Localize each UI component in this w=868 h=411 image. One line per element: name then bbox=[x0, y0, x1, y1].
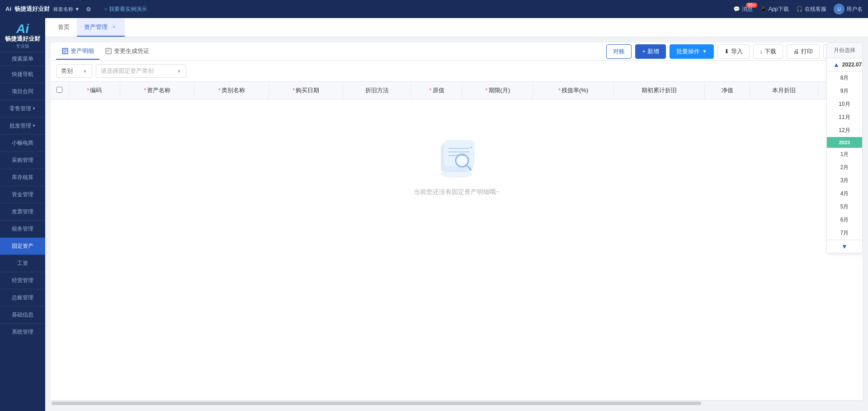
import-icon: ⬇ bbox=[724, 48, 729, 55]
month-item-11[interactable]: 11月 bbox=[827, 111, 862, 124]
tab-asset-close[interactable]: × bbox=[110, 24, 118, 31]
app-icon: 📱 bbox=[760, 6, 767, 12]
col-date-label: 购买日期 bbox=[296, 87, 319, 94]
svg-text:✦: ✦ bbox=[469, 145, 473, 150]
app-title: Ai 畅捷通好业财 bbox=[5, 5, 50, 13]
month-item-6[interactable]: 6月 bbox=[827, 213, 862, 227]
reconcile-button[interactable]: 对账 bbox=[606, 44, 632, 59]
col-name-label: 资产名称 bbox=[147, 87, 170, 94]
month-item-2023[interactable]: 2023 bbox=[827, 137, 862, 148]
month-item-2[interactable]: 2月 bbox=[827, 161, 862, 174]
tab-home[interactable]: 首页 bbox=[51, 19, 77, 37]
sidebar-item-quick-nav[interactable]: 快捷导航 bbox=[0, 66, 45, 83]
svg-point-15 bbox=[458, 156, 467, 165]
app-download-button[interactable]: 📱 App下载 bbox=[760, 5, 789, 13]
message-button[interactable]: 💬 消息 99+ bbox=[733, 5, 752, 13]
category-label: 类别 bbox=[61, 67, 73, 75]
demo-link[interactable]: ○ 我要看实例演示 bbox=[104, 5, 147, 13]
company-name: 账套名称 bbox=[53, 6, 73, 12]
th-category: *类别名称 bbox=[194, 82, 269, 99]
month-item-9[interactable]: 9月 bbox=[827, 85, 862, 98]
voucher-icon bbox=[105, 47, 112, 55]
sidebar-item-inventory[interactable]: 库存核算 bbox=[0, 169, 45, 186]
month-item-3[interactable]: 3月 bbox=[827, 174, 862, 187]
tab-home-label: 首页 bbox=[58, 23, 70, 31]
sidebar-item-project[interactable]: 项目合同 bbox=[0, 83, 45, 100]
import-button[interactable]: ⬇ 导入 bbox=[717, 44, 750, 59]
add-button[interactable]: + 新增 bbox=[635, 44, 665, 59]
scroll-thumb bbox=[52, 402, 701, 405]
message-icon: 💬 bbox=[733, 6, 740, 12]
sidebar-item-invoice[interactable]: 发票管理 bbox=[0, 203, 45, 220]
table-header-row: *编码 *资产名称 *类别名称 *购买日期 折旧方法 *原值 *期限(月) *残… bbox=[51, 82, 863, 99]
brand-name: 畅捷通好业财 bbox=[5, 35, 40, 43]
empty-message: 当前您还没有固定资产明细哦~ bbox=[414, 188, 500, 196]
sidebar-item-operation[interactable]: 经营管理 bbox=[0, 272, 45, 289]
ai-logo: Ai bbox=[16, 23, 29, 35]
select-all-checkbox[interactable] bbox=[57, 87, 62, 93]
month-next-button[interactable]: ▼ bbox=[839, 242, 850, 251]
th-period: *期限(月) bbox=[462, 82, 533, 99]
month-list: 8月 9月 10月 11月 12月 2023 1月 2月 3月 4月 5月 6月… bbox=[827, 71, 862, 240]
download-button[interactable]: ↓ 下载 bbox=[753, 44, 783, 59]
month-item-4[interactable]: 4月 bbox=[827, 187, 862, 200]
asset-detail-icon bbox=[61, 47, 69, 55]
asset-table: *编码 *资产名称 *类别名称 *购买日期 折旧方法 *原值 *期限(月) *残… bbox=[51, 82, 863, 232]
content-area: 首页 资产管理 × bbox=[45, 18, 868, 411]
demo-label: 我要看实例演示 bbox=[109, 5, 147, 13]
username-label: 用户名 bbox=[846, 5, 863, 13]
company-dropdown[interactable]: 账套名称 ▼ bbox=[53, 6, 80, 13]
page-content: 资产明细 变更生成凭证 bbox=[45, 37, 868, 411]
category-filter[interactable]: 类别 ▼ bbox=[56, 64, 92, 78]
month-item-8[interactable]: 8月 bbox=[827, 71, 862, 85]
search-menu[interactable]: 搜索菜单 bbox=[0, 52, 45, 66]
batch-button[interactable]: 批量操作 ▼ bbox=[670, 44, 714, 59]
month-panel-title: 月份选择 bbox=[834, 47, 855, 53]
sidebar-item-purchase[interactable]: 采购管理 bbox=[0, 151, 45, 169]
month-item-5[interactable]: 5月 bbox=[827, 200, 862, 213]
import-label: 导入 bbox=[731, 47, 743, 56]
month-panel: 月份选择 ▲ 2022.07 ▲ 8月 9月 10月 11月 12月 2023 bbox=[826, 43, 863, 253]
col-period-label: 期限(月) bbox=[489, 87, 510, 94]
batch-dropdown-arrow: ▼ bbox=[703, 49, 707, 54]
online-service-button[interactable]: 🎧 在线客服 bbox=[796, 5, 826, 13]
col-accum-label: 期初累计折旧 bbox=[642, 87, 677, 94]
horizontal-scrollbar[interactable] bbox=[51, 400, 863, 406]
col-monthly-label: 本月折旧 bbox=[772, 87, 796, 94]
sub-tab-bar: 资产明细 变更生成凭证 bbox=[51, 43, 863, 61]
category-input[interactable]: 请选择固定资产类别 ▼ bbox=[96, 64, 186, 78]
sub-tab-voucher[interactable]: 变更生成凭证 bbox=[99, 43, 155, 60]
sidebar-item-basic-info[interactable]: 基础信息 bbox=[0, 306, 45, 323]
month-nav-bottom: ▼ bbox=[827, 240, 862, 253]
print-icon: 🖨 bbox=[793, 48, 799, 55]
print-button[interactable]: 🖨 打印 bbox=[787, 44, 820, 59]
month-item-10[interactable]: 10月 bbox=[827, 98, 862, 111]
th-code: *编码 bbox=[69, 82, 120, 99]
sidebar-item-retail[interactable]: 零售管理 ▼ bbox=[0, 100, 45, 117]
batch-label: 批量操作 bbox=[676, 47, 700, 56]
month-prev-button[interactable]: ▲ bbox=[830, 60, 842, 69]
sidebar-item-salary[interactable]: 工资 bbox=[0, 255, 45, 272]
sidebar-item-fixed-assets[interactable]: 固定资产 bbox=[0, 237, 45, 255]
sidebar-item-ecommerce[interactable]: 小畅电商 bbox=[0, 134, 45, 151]
tab-asset-management[interactable]: 资产管理 × bbox=[77, 19, 125, 37]
main-layout: Ai 畅捷通好业财 专业版 搜索菜单 快捷导航 项目合同 零售管理 ▼ 批发管理… bbox=[0, 18, 868, 411]
top-bar-left: Ai 畅捷通好业财 账套名称 ▼ ⚙ ○ 我要看实例演示 bbox=[5, 5, 733, 13]
sidebar-logo: Ai 畅捷通好业财 专业版 bbox=[0, 18, 45, 52]
th-accumulated: 期初累计折旧 bbox=[613, 82, 704, 99]
sidebar-item-general-ledger[interactable]: 总账管理 bbox=[0, 289, 45, 306]
user-button[interactable]: U 用户名 bbox=[834, 4, 863, 14]
ai-label: Ai bbox=[5, 5, 11, 12]
sidebar-item-tax[interactable]: 税务管理 bbox=[0, 220, 45, 237]
month-item-1[interactable]: 1月 bbox=[827, 148, 862, 161]
sidebar-item-wholesale[interactable]: 批发管理 ▼ bbox=[0, 117, 45, 134]
reconcile-label: 对账 bbox=[613, 47, 625, 56]
app-download-label: App下载 bbox=[769, 5, 789, 13]
settings-button[interactable]: ⚙ bbox=[86, 6, 91, 13]
sidebar-item-finance[interactable]: 资金管理 bbox=[0, 186, 45, 203]
input-arrow: ▼ bbox=[177, 69, 181, 74]
month-item-7[interactable]: 7月 bbox=[827, 227, 862, 240]
month-item-12[interactable]: 12月 bbox=[827, 124, 862, 137]
sub-tab-asset-detail[interactable]: 资产明细 bbox=[56, 43, 99, 60]
sidebar-item-system[interactable]: 系统管理 bbox=[0, 323, 45, 340]
